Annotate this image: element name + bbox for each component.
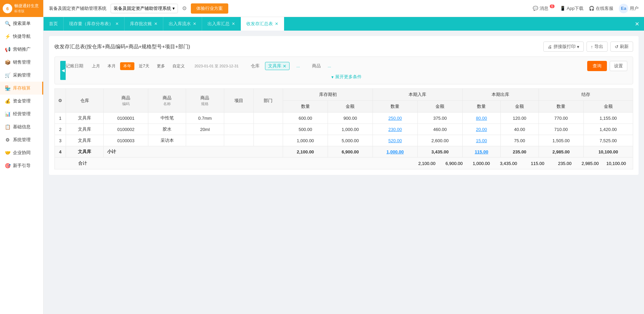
sidebar: 6 畅捷通好生意 标准版 🔍 搜索菜单 ⚡ 快捷导航 📢 营销推广 📦 销售管理… xyxy=(0,0,44,314)
tab-label-stock-dist: 现存量（库存分布表） xyxy=(69,21,113,27)
sidebar-label-system: 系统管理 xyxy=(13,137,31,143)
sidebar-item-basic[interactable]: 📋 基础信息 xyxy=(0,120,43,133)
tab-close-stock-dist[interactable]: ✕ xyxy=(115,21,119,26)
this-year-btn[interactable]: 本年 xyxy=(120,62,134,70)
sidebar-label-collab: 企业协同 xyxy=(13,150,31,156)
row-index: 2 xyxy=(55,124,66,135)
logo-icon: 6 xyxy=(3,4,12,13)
export-btn[interactable]: ↑ 导出 xyxy=(587,42,608,52)
tab-close-batch[interactable]: ✕ xyxy=(154,21,158,26)
tab-label-batch: 库存批次账 xyxy=(130,21,152,27)
date-range-display: 2023-01-01 至 2023-12-31 xyxy=(195,64,239,69)
subtotal-in-qty-link[interactable]: 1,000.00 xyxy=(386,149,404,154)
row-out-qty: 20.00 xyxy=(462,124,500,135)
query-btn[interactable]: 查询 xyxy=(587,61,607,71)
logo-sub: 标准版 xyxy=(14,9,39,14)
row-closing-qty: 1,505.00 xyxy=(539,135,583,146)
print-btn[interactable]: 🖨 拼接版打印 ▾ xyxy=(543,42,584,52)
refresh-icon: ↺ xyxy=(615,44,618,49)
row-closing-qty: 710.00 xyxy=(539,124,583,135)
sidebar-item-inventory[interactable]: 🏪 库存核算 xyxy=(0,82,43,95)
collapse-btn[interactable]: ◀ xyxy=(60,61,66,80)
goods-more-btn[interactable]: ... xyxy=(328,64,331,68)
row-warehouse: 文具库 xyxy=(66,124,104,135)
online-support-btn[interactable]: 🎧 在线客服 xyxy=(589,5,613,12)
row-out-qty-link[interactable]: 15.00 xyxy=(476,138,487,143)
more-date-btn[interactable]: 更多 xyxy=(154,62,168,70)
last-month-btn[interactable]: 上月 xyxy=(89,62,103,70)
sidebar-item-sales[interactable]: 📦 销售管理 xyxy=(0,56,43,69)
subtotal-row: 4 文具库 小计 2,100.00 6,900.00 1,000.00 3,43… xyxy=(55,146,633,158)
system-selector[interactable]: 装备及固定资产辅助管理系统 ▾ xyxy=(111,4,178,13)
tabbar-close-btn[interactable]: ✕ xyxy=(630,21,644,27)
guide-icon: 🎯 xyxy=(5,163,10,168)
tab-batch[interactable]: 库存批次账✕ xyxy=(125,17,163,31)
sidebar-item-quick-nav[interactable]: ⚡ 快捷导航 xyxy=(0,30,43,43)
subtotal-out-qty: 115.00 xyxy=(462,146,500,158)
gear-icon[interactable]: ⚙ xyxy=(182,5,187,12)
search-icon: 🔍 xyxy=(5,21,10,26)
operations-icon: 📊 xyxy=(5,111,10,117)
sidebar-item-marketing[interactable]: 📢 营销推广 xyxy=(0,43,43,56)
row-project xyxy=(224,124,253,135)
total-in-amt: 3,435.00 xyxy=(493,161,521,166)
sidebar-item-purchase[interactable]: 🛒 采购管理 xyxy=(0,69,43,82)
total-opening-amt: 6,900.00 xyxy=(439,161,466,166)
row-in-qty-link[interactable]: 230.00 xyxy=(389,127,402,132)
col-opening-amt-header: 金额 xyxy=(328,101,373,113)
row-in-qty: 250.00 xyxy=(373,113,417,124)
collab-icon: 🤝 xyxy=(5,150,10,155)
tab-flow[interactable]: 出入库流水✕ xyxy=(163,17,202,31)
col-settings-header[interactable]: ⚙ xyxy=(55,89,66,113)
row-out-qty-link[interactable]: 80.00 xyxy=(476,116,487,121)
tab-home[interactable]: 首页 xyxy=(44,17,64,31)
col-opening-qty-header: 数量 xyxy=(283,101,328,113)
this-month-btn[interactable]: 本月 xyxy=(104,62,119,70)
col-dept-header: 部门 xyxy=(253,89,283,113)
subtotal-out-qty-link[interactable]: 115.00 xyxy=(475,149,488,154)
custom-date-btn[interactable]: 自定义 xyxy=(169,62,188,70)
last-7-days-btn[interactable]: 近7天 xyxy=(136,62,152,70)
total-label-area: 合计 xyxy=(58,160,412,166)
sidebar-item-search[interactable]: 🔍 搜索菜单 xyxy=(0,17,43,30)
system-icon: ⚙ xyxy=(5,137,10,143)
warehouse-tag-close[interactable]: ✕ xyxy=(283,64,286,69)
filter-expand: ▾ 展开更多条件 xyxy=(66,74,627,80)
total-closing-qty: 2,985.00 xyxy=(575,161,602,166)
total-opening-qty: 2,100.00 xyxy=(412,161,439,166)
sidebar-item-system[interactable]: ⚙ 系统管理 xyxy=(0,133,43,146)
settings-small-btn[interactable]: 设置 xyxy=(610,61,627,71)
finance-icon: 💰 xyxy=(5,98,10,104)
row-in-qty: 520.00 xyxy=(373,135,417,146)
tab-receive-summary[interactable]: 收发存汇总表✕ xyxy=(241,17,284,31)
row-in-amt: 375.00 xyxy=(417,113,462,124)
sidebar-label-quick-nav: 快捷导航 xyxy=(13,33,31,39)
basic-icon: 📋 xyxy=(5,124,10,130)
sidebar-item-operations[interactable]: 📊 经营管理 xyxy=(0,108,43,120)
sidebar-item-collab[interactable]: 🤝 企业协同 xyxy=(0,146,43,159)
notification-btn[interactable]: 💬 消息 6 xyxy=(533,5,555,12)
warehouse-more-btn[interactable]: ... xyxy=(296,64,300,68)
tab-stock-dist[interactable]: 现存量（库存分布表）✕ xyxy=(64,17,125,31)
tab-label-summary: 出入库汇总 xyxy=(208,21,230,27)
row-in-amt: 460.00 xyxy=(417,124,462,135)
tab-summary[interactable]: 出入库汇总✕ xyxy=(202,17,241,31)
experience-btn[interactable]: 体验行业方案 xyxy=(191,3,228,14)
row-dept xyxy=(253,135,283,146)
tab-close-flow[interactable]: ✕ xyxy=(193,21,196,26)
subtotal-label: 小计 xyxy=(103,146,283,158)
sidebar-item-finance[interactable]: 💰 资金管理 xyxy=(0,95,43,108)
user-menu[interactable]: Ea 用户 xyxy=(619,4,639,13)
sidebar-item-guide[interactable]: 🎯 新手引导 xyxy=(0,159,43,172)
expand-conditions-btn[interactable]: ▾ 展开更多条件 xyxy=(331,74,362,80)
subtotal-opening-amt: 6,900.00 xyxy=(328,146,373,158)
row-out-qty-link[interactable]: 20.00 xyxy=(476,127,487,132)
row-in-qty-link[interactable]: 250.00 xyxy=(389,116,402,121)
app-download-btn[interactable]: 📱 App下载 xyxy=(560,5,583,12)
refresh-btn[interactable]: ↺ 刷新 xyxy=(610,42,633,52)
tab-close-summary[interactable]: ✕ xyxy=(232,21,235,26)
page-actions: 🖨 拼接版打印 ▾ ↑ 导出 ↺ 刷新 xyxy=(543,42,633,52)
row-in-qty-link[interactable]: 520.00 xyxy=(389,138,402,143)
tab-close-receive-summary[interactable]: ✕ xyxy=(275,21,278,26)
sidebar-label-finance: 资金管理 xyxy=(13,98,31,104)
